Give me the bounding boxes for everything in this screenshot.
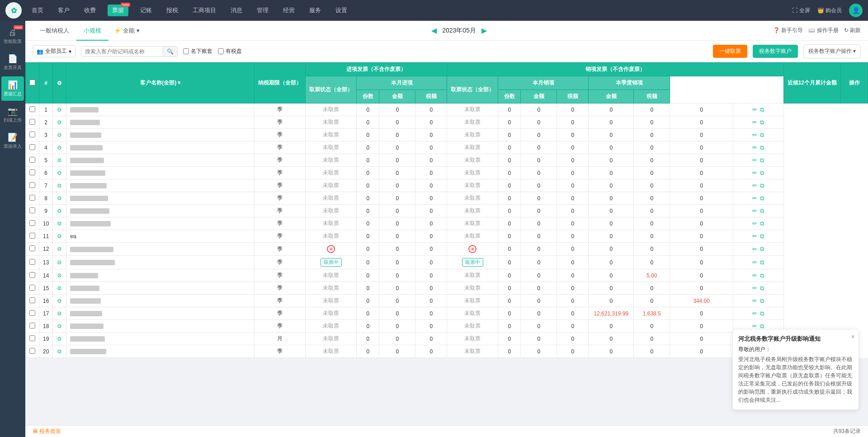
row-settings[interactable]: ⚙	[53, 320, 66, 333]
edit-icon[interactable]: ✏	[752, 119, 757, 126]
edit-icon[interactable]: ✏	[752, 246, 757, 253]
sidebar-item-invoice-summary[interactable]: 📊 票据汇总	[1, 76, 24, 101]
sidebar-item-invoice-entry[interactable]: 📝 票据录入	[1, 129, 24, 153]
row-in-status[interactable]: 取票中	[306, 256, 357, 269]
sidebar-item-scan-upload[interactable]: 📷 扫描上传	[1, 103, 24, 127]
nav-operation[interactable]: 经营	[280, 5, 297, 16]
tax-policy-link[interactable]: 🏛 税务政策	[33, 428, 61, 435]
row-out-status[interactable]: 未取票	[447, 230, 498, 243]
nav-bookkeeping[interactable]: 记账	[137, 5, 155, 16]
row-settings[interactable]: ⚙	[53, 230, 66, 243]
row-in-status[interactable]: 未取票	[306, 295, 357, 307]
row-settings[interactable]: ⚙	[53, 154, 66, 167]
row-settings[interactable]: ⚙	[53, 179, 66, 192]
edit-icon[interactable]: ✏	[752, 233, 757, 240]
copy-icon[interactable]: ⧉	[760, 132, 764, 139]
nav-home[interactable]: 首页	[29, 5, 46, 16]
row-settings[interactable]: ⚙	[53, 295, 66, 307]
row-out-status[interactable]: 未取票	[447, 129, 498, 141]
nav-settings[interactable]: 设置	[333, 5, 350, 16]
row-checkbox[interactable]	[26, 167, 39, 179]
row-settings[interactable]: ⚙	[53, 167, 66, 179]
row-settings[interactable]: ⚙	[53, 243, 66, 256]
row-in-status[interactable]: 未取票	[306, 345, 357, 358]
row-out-status[interactable]: 未取票	[447, 307, 498, 320]
row-in-status[interactable]: 未取票	[306, 269, 357, 282]
edit-icon[interactable]: ✏	[752, 323, 757, 329]
row-out-status[interactable]: 未取票	[447, 192, 498, 205]
row-in-status[interactable]: 未取票	[306, 320, 357, 333]
copy-icon[interactable]: ⧉	[760, 245, 764, 253]
row-checkbox[interactable]	[26, 230, 39, 243]
row-checkbox[interactable]	[26, 141, 39, 154]
nav-manage[interactable]: 管理	[254, 5, 271, 16]
edit-icon[interactable]: ✏	[752, 285, 757, 291]
copy-icon[interactable]: ⧉	[760, 119, 764, 126]
edit-icon[interactable]: ✏	[752, 182, 757, 189]
row-checkbox[interactable]	[26, 217, 39, 230]
copy-icon[interactable]: ⧉	[760, 144, 764, 151]
nav-message[interactable]: 消息	[228, 5, 245, 16]
row-out-status[interactable]: 未取票	[447, 141, 498, 154]
tab-all[interactable]: ⚡ 全能 ▾	[108, 27, 145, 35]
fetch-invoice-btn[interactable]: 一键取票	[713, 45, 747, 58]
copy-icon[interactable]: ⧉	[760, 106, 764, 113]
row-settings[interactable]: ⚙	[53, 217, 66, 230]
edit-icon[interactable]: ✏	[752, 195, 757, 202]
copy-icon[interactable]: ⧉	[760, 182, 764, 189]
row-in-status[interactable]: 未取票	[306, 129, 357, 141]
copy-icon[interactable]: ⧉	[760, 169, 764, 177]
row-checkbox[interactable]	[26, 205, 39, 217]
row-settings[interactable]: ⚙	[53, 256, 66, 269]
copy-icon[interactable]: ⧉	[760, 233, 764, 240]
notification-close-btn[interactable]: ×	[851, 333, 855, 340]
copy-icon[interactable]: ⧉	[760, 207, 764, 215]
edit-icon[interactable]: ✏	[752, 144, 757, 151]
copy-icon[interactable]: ⧉	[760, 310, 764, 317]
edit-icon[interactable]: ✏	[752, 157, 757, 164]
member-btn[interactable]: 👑 购会员	[817, 7, 842, 14]
row-settings[interactable]: ⚙	[53, 345, 66, 358]
refresh-btn[interactable]: ↻ 刷新	[844, 27, 861, 34]
row-in-status[interactable]: 未取票	[306, 141, 357, 154]
row-out-status[interactable]: 未取票	[447, 269, 498, 282]
sales-fetch-status-header[interactable]: 取票状态（全部）	[447, 76, 498, 103]
row-out-status[interactable]: 未取票	[447, 116, 498, 129]
row-out-status[interactable]: 未取票	[447, 295, 498, 307]
checkbox-sub-account[interactable]: 名下账套	[183, 47, 212, 55]
row-settings[interactable]: ⚙	[53, 103, 66, 116]
search-input[interactable]	[81, 47, 163, 56]
row-in-status[interactable]: 未取票	[306, 217, 357, 230]
row-settings[interactable]: ⚙	[53, 129, 66, 141]
row-settings[interactable]: ⚙	[53, 269, 66, 282]
row-out-status[interactable]: 未取票	[447, 205, 498, 217]
fullscreen-btn[interactable]: ⛶ 全屏	[792, 7, 810, 14]
row-out-status[interactable]: 未取票	[447, 345, 498, 358]
row-in-status[interactable]: 未取票	[306, 179, 357, 192]
nav-tax[interactable]: 报税	[164, 5, 181, 16]
checkbox-tax-disk[interactable]: 有税盘	[218, 47, 242, 55]
copy-icon[interactable]: ⧉	[760, 195, 764, 202]
row-in-status[interactable]: 未取票	[306, 192, 357, 205]
copy-icon[interactable]: ⧉	[760, 272, 764, 279]
row-in-status[interactable]: 未取票	[306, 103, 357, 116]
row-checkbox[interactable]	[26, 116, 39, 129]
row-settings[interactable]: ⚙	[53, 205, 66, 217]
row-in-status[interactable]: 未取票	[306, 154, 357, 167]
row-out-status[interactable]: 取票中	[447, 256, 498, 269]
period-next[interactable]: ▶	[481, 26, 487, 35]
checkbox-tax-disk-input[interactable]	[218, 48, 224, 54]
row-settings[interactable]: ⚙	[53, 307, 66, 320]
row-checkbox[interactable]	[26, 154, 39, 167]
copy-icon[interactable]: ⧉	[760, 285, 764, 292]
edit-icon[interactable]: ✏	[752, 310, 757, 317]
row-in-status[interactable]: 未取票	[306, 205, 357, 217]
edit-icon[interactable]: ✏	[752, 207, 757, 214]
copy-icon[interactable]: ⧉	[760, 297, 764, 305]
edit-icon[interactable]: ✏	[752, 297, 757, 304]
edit-icon[interactable]: ✏	[752, 169, 757, 176]
row-out-status[interactable]: 未取票	[447, 103, 498, 116]
sidebar-item-smart-invoice[interactable]: 🖨 智能取票 new	[1, 24, 24, 48]
row-out-status[interactable]: ✕	[447, 243, 498, 256]
search-button[interactable]: 🔍	[163, 47, 177, 56]
